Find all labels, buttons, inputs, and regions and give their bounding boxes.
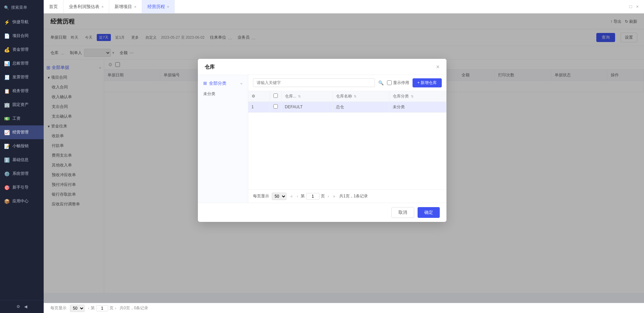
tab-new-project[interactable]: 新增项目 × xyxy=(109,0,142,13)
sort-category-icon: ⇅ xyxy=(411,94,414,98)
per-page-select[interactable]: 50 xyxy=(70,305,85,312)
row-checkbox-cell xyxy=(270,102,281,112)
modal-prev-page-btn[interactable]: ‹ xyxy=(295,193,299,199)
categories-icon: ⊞ xyxy=(203,81,207,86)
confirm-button[interactable]: 确定 xyxy=(418,207,440,218)
col-settings: ⚙ xyxy=(248,91,270,102)
per-page-label: 每页显示 xyxy=(50,305,67,311)
tax-icon: 📋 xyxy=(4,88,10,94)
page-label: 第 xyxy=(91,305,95,311)
topbar-right: □ × xyxy=(630,4,644,9)
project-contract-icon: 📄 xyxy=(4,33,10,39)
settings-icon[interactable]: ⚙ xyxy=(16,304,20,309)
tab-profit[interactable]: 业务利润预估表 × xyxy=(63,0,109,13)
sidebar-item-fixed-assets[interactable]: 🏢 固定资产 xyxy=(0,98,44,112)
sidebar-item-label: 项目合同 xyxy=(12,33,29,39)
modal-header: 仓库 × xyxy=(198,59,446,75)
modal-last-page-btn[interactable]: » xyxy=(332,193,337,199)
sidebar-item-fund-management[interactable]: 💰 资金管理 xyxy=(0,43,44,56)
sidebar-item-label: 税务管理 xyxy=(12,88,29,94)
uncategorized-item[interactable]: 未分类 xyxy=(198,89,248,99)
sidebar-item-salary[interactable]: 💵 工资 xyxy=(0,112,44,125)
modal-total-label: 共1页，1条记录 xyxy=(339,193,368,199)
tab-profit-close[interactable]: × xyxy=(101,5,103,9)
sidebar-item-tax[interactable]: 📋 税务管理 xyxy=(0,84,44,98)
basic-info-icon: ℹ️ xyxy=(4,157,10,163)
modal-body: ⊞ 全部分类 « 未分类 🔍 显示停用 + 新增仓库 xyxy=(198,75,446,203)
sidebar: 🔍 搜索菜单 ⚡ 快捷导航 📄 项目合同 💰 资金管理 📊 总账管理 🧾 发票管… xyxy=(0,0,44,313)
sidebar-item-label: 工资 xyxy=(12,116,20,121)
tab-business-history-close[interactable]: × xyxy=(167,5,169,9)
sidebar-search-label: 搜索菜单 xyxy=(11,5,27,10)
sidebar-item-business-management[interactable]: 📈 经营管理 xyxy=(0,125,44,139)
tab-business-history[interactable]: 经营历程 × xyxy=(142,0,175,13)
tab-home-label: 首页 xyxy=(49,4,58,10)
sidebar-item-project-contract[interactable]: 📄 项目合同 xyxy=(0,29,44,43)
sidebar-item-beginner[interactable]: 🎯 新手引导 xyxy=(0,181,44,194)
modal-page-input[interactable] xyxy=(306,193,319,200)
sidebar-item-system[interactable]: ⚙️ 系统管理 xyxy=(0,167,44,181)
cancel-button[interactable]: 取消 xyxy=(391,207,414,218)
sidebar-item-general-ledger[interactable]: 📊 总账管理 xyxy=(0,56,44,70)
modal-pagination: 每页显示 50 « ‹ 第 页 › » 共1页，1条记录 xyxy=(248,190,446,203)
salary-icon: 💵 xyxy=(4,116,10,121)
search-icon: 🔍 xyxy=(4,5,9,10)
col-warehouse-category: 仓库分类 ⇅ xyxy=(389,91,446,102)
tab-home[interactable]: 首页 xyxy=(44,0,63,13)
sort-name-icon: ⇅ xyxy=(354,94,356,98)
row-num-cell: 1 xyxy=(248,102,270,112)
sidebar-item-label: 资金管理 xyxy=(12,47,29,52)
modal-table-row[interactable]: 1 DEFAULT 总仓 未分类 xyxy=(248,102,446,112)
tab-business-history-label: 经营历程 xyxy=(147,4,165,10)
next-page-btn[interactable]: › xyxy=(115,306,116,311)
show-disabled-label: 显示停用 xyxy=(393,80,409,86)
sidebar-item-label: 发票管理 xyxy=(12,74,29,80)
collapse-left-btn[interactable]: « xyxy=(240,81,242,85)
modal-first-page-btn[interactable]: « xyxy=(289,193,294,199)
page-suffix: 页 xyxy=(110,305,114,311)
restore-btn[interactable]: □ xyxy=(630,4,632,9)
modal-right-panel: 🔍 显示停用 + 新增仓库 ⚙ xyxy=(248,75,446,203)
sidebar-item-label: 应用中心 xyxy=(12,198,29,204)
all-categories-label: 全部分类 xyxy=(209,80,226,86)
sidebar-item-app-center[interactable]: 📦 应用中心 xyxy=(0,194,44,208)
modal-page-suffix: 页 xyxy=(321,193,325,199)
topbar: 首页 业务利润预估表 × 新增项目 × 经营历程 × □ × xyxy=(44,0,644,13)
sidebar-item-basic-info[interactable]: ℹ️ 基础信息 xyxy=(0,153,44,167)
modal-per-page-select[interactable]: 50 xyxy=(272,193,287,200)
sort-code-icon: ⇅ xyxy=(298,94,301,98)
expense-icon: 📝 xyxy=(4,144,10,149)
collapse-sidebar-btn[interactable]: ◀ xyxy=(24,304,27,309)
fund-icon: 💰 xyxy=(4,47,10,52)
show-disabled-group: 显示停用 xyxy=(387,80,409,86)
sidebar-item-label: 小畅报销 xyxy=(12,143,29,149)
modal-actions: 取消 确定 xyxy=(198,203,446,222)
page-input[interactable] xyxy=(96,305,108,311)
sidebar-item-invoice[interactable]: 🧾 发票管理 xyxy=(0,70,44,84)
modal-toolbar: 🔍 显示停用 + 新增仓库 xyxy=(248,75,446,91)
col-warehouse-code: 仓库... ⇅ xyxy=(281,91,332,102)
col-checkbox xyxy=(270,91,281,102)
beginner-icon: 🎯 xyxy=(4,185,10,190)
status-bar: 每页显示 50 ‹ 第 页 › 共0页，0条记录 xyxy=(44,303,644,313)
modal-search-input[interactable] xyxy=(253,78,375,87)
sidebar-item-label: 经营管理 xyxy=(12,129,29,135)
sidebar-item-shortcuts[interactable]: ⚡ 快捷导航 xyxy=(0,15,44,29)
modal-select-all[interactable] xyxy=(273,93,278,98)
row-name-cell: 总仓 xyxy=(333,102,389,112)
add-warehouse-btn[interactable]: + 新增仓库 xyxy=(413,78,441,87)
close-btn[interactable]: × xyxy=(636,4,639,9)
prev-page-btn[interactable]: ‹ xyxy=(88,306,89,311)
sidebar-search[interactable]: 🔍 搜索菜单 xyxy=(0,0,44,15)
modal-close-btn[interactable]: × xyxy=(436,64,440,71)
modal-left-panel: ⊞ 全部分类 « 未分类 xyxy=(198,75,248,203)
row-checkbox[interactable] xyxy=(273,104,278,109)
tab-new-project-close[interactable]: × xyxy=(134,5,136,9)
modal-next-page-btn[interactable]: › xyxy=(326,193,330,199)
col-settings-icon[interactable]: ⚙ xyxy=(252,94,255,99)
modal-per-page-label: 每页显示 xyxy=(253,193,269,199)
app-center-icon: 📦 xyxy=(4,199,10,204)
sidebar-item-expense-report[interactable]: 📝 小畅报销 xyxy=(0,139,44,153)
show-disabled-checkbox[interactable] xyxy=(387,80,392,85)
all-categories-item[interactable]: ⊞ 全部分类 « xyxy=(198,78,248,89)
